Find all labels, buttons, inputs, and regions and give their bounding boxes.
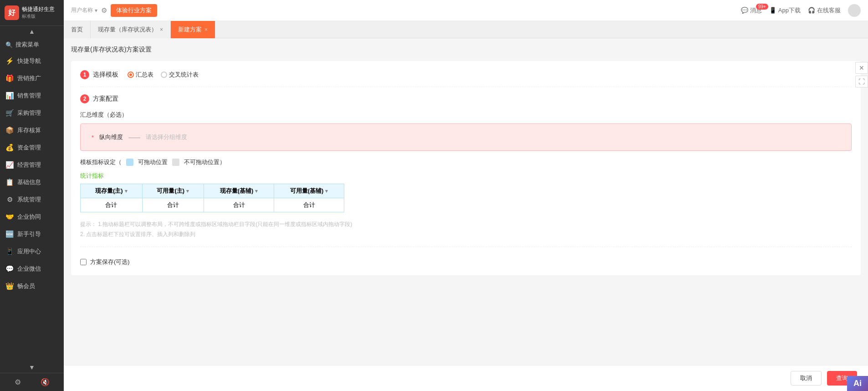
message-badge: 99+ — [756, 4, 768, 10]
th-available-aux: 可用量(基辅) ▾ — [274, 184, 344, 198]
app-logo-icon: 好 — [5, 5, 19, 20]
section-divider-1 — [80, 87, 852, 87]
tabbar: 首页 现存量（库存状况表） × 新建方案 × — [64, 21, 868, 38]
hint-1: 提示： 1.拖动标题栏可以调整布局，不可跨维度或指标区域拖动栏目字段(只能在同一… — [80, 220, 852, 230]
section2-title: 方案配置 — [93, 95, 118, 103]
industry-btn[interactable]: 体验行业方案 — [111, 4, 157, 17]
stats-table: 现存量(主) ▾ 可用量(主) ▾ 现存量(基辅 — [80, 184, 344, 212]
sidebar-item-search[interactable]: 🔍 搜索菜单 — [0, 37, 64, 52]
clipboard-icon: 📋 — [5, 178, 14, 186]
save-checkbox[interactable] — [80, 259, 87, 265]
user-avatar[interactable] — [848, 4, 861, 17]
radio-cross-dot — [161, 72, 167, 78]
hint-2: 2. 点击标题栏下拉可设置排序、插入列和删除列 — [80, 230, 852, 240]
settings-bottom-btn[interactable]: ⚙ — [15, 378, 21, 386]
sidebar-item-finance[interactable]: 💰 资金管理 — [0, 139, 64, 156]
radio-summary-dot — [128, 72, 134, 78]
online-service-btn[interactable]: 🎧 在线客服 — [808, 6, 841, 15]
headset-icon: 🎧 — [808, 7, 815, 14]
sidebar-item-sales[interactable]: 📊 销售管理 — [0, 87, 64, 104]
sidebar: 好 畅捷通好生意 标准版 ▲ 🔍 搜索菜单 ⚡ 快捷导航 🎁 营销推广 📊 销售… — [0, 0, 64, 391]
tab-inventory-status[interactable]: 现存量（库存状况表） × — [91, 21, 171, 38]
app-logo-text: 畅捷通好生意 标准版 — [22, 6, 55, 20]
scheme-footer: 方案保存(可选) — [80, 258, 852, 266]
tab-close-new-scheme[interactable]: × — [204, 26, 208, 33]
sidebar-item-system[interactable]: ⚙ 系统管理 — [0, 191, 64, 208]
page-title: 现存量(库存状况表)方案设置 — [71, 46, 861, 54]
required-star: * — [92, 134, 94, 141]
search-icon: 🔍 — [5, 41, 13, 48]
sidebar-item-quick-nav[interactable]: ⚡ 快捷导航 — [0, 52, 64, 70]
td-total-3: 合计 — [204, 198, 274, 212]
td-total-4: 合计 — [274, 198, 344, 212]
sidebar-item-operations[interactable]: 📈 经营管理 — [0, 156, 64, 174]
td-total-2: 合计 — [142, 198, 204, 212]
th-dropdown-available-main[interactable]: ▾ — [186, 188, 189, 194]
topbar-gear-icon[interactable]: ⚙ — [101, 6, 107, 15]
crown-icon: 👑 — [5, 282, 14, 290]
panel-expand-btn[interactable]: ⛶ — [855, 76, 868, 87]
sidebar-scroll-down[interactable]: ▼ — [0, 362, 64, 373]
sidebar-item-basic-info[interactable]: 📋 基础信息 — [0, 174, 64, 191]
tab-new-scheme[interactable]: 新建方案 × — [171, 21, 215, 38]
tab-close-inventory[interactable]: × — [160, 26, 163, 33]
sidebar-nav: 🔍 搜索菜单 ⚡ 快捷导航 🎁 营销推广 📊 销售管理 🛒 采购管理 📦 库存核… — [0, 37, 64, 362]
radio-cross[interactable]: 交叉统计表 — [161, 71, 199, 79]
draggable-badge-icon — [126, 159, 133, 166]
user-area: 用户名称 ▾ — [71, 6, 97, 14]
section2-header: 2 方案配置 — [80, 94, 852, 103]
handshake-icon: 🤝 — [5, 213, 14, 221]
sidebar-item-purchase[interactable]: 🛒 采购管理 — [0, 104, 64, 122]
radio-summary[interactable]: 汇总表 — [128, 71, 153, 79]
hint-block: 提示： 1.拖动标题栏可以调整布局，不可跨维度或指标区域拖动栏目字段(只能在同一… — [80, 220, 852, 239]
sidebar-item-corp-coop[interactable]: 🤝 企业协同 — [0, 208, 64, 226]
th-dropdown-current-main[interactable]: ▾ — [125, 188, 128, 194]
dim-dash: —— — [128, 134, 140, 141]
scheme-panel: 1 选择模板 汇总表 交叉统计表 2 方案配置 — [71, 61, 861, 275]
dim-placeholder: 请选择分组维度 — [146, 133, 187, 141]
message-btn[interactable]: 💬 消息 99+ — [741, 6, 762, 15]
dim-label: 纵向维度 — [99, 133, 123, 141]
vertical-dim-row: * 纵向维度 —— 请选择分组维度 — [92, 133, 840, 141]
wechat-icon: 💬 — [5, 265, 14, 273]
stats-section-label: 统计指标 — [80, 172, 852, 180]
tab-home[interactable]: 首页 — [64, 21, 91, 38]
th-current-main: 现存量(主) ▾ — [81, 184, 143, 198]
gift-icon: 🎁 — [5, 74, 14, 82]
main-area: 用户名称 ▾ ⚙ 体验行业方案 💬 消息 99+ 📱 App下载 🎧 在线客服 — [64, 0, 868, 391]
sound-bottom-btn[interactable]: 🔇 — [41, 378, 50, 386]
settings-icon: ⚙ — [5, 196, 14, 204]
sidebar-item-new-guide[interactable]: 🆕 新手引导 — [0, 226, 64, 243]
cancel-button[interactable]: 取消 — [791, 371, 822, 386]
th-available-main: 可用量(主) ▾ — [142, 184, 204, 198]
sidebar-scroll-up[interactable]: ▲ — [0, 26, 64, 37]
money-icon: 💰 — [5, 144, 14, 152]
draggable-badge-label: 可拖动位置 — [138, 158, 168, 166]
non-draggable-badge-label: 不可拖动位置） — [184, 158, 225, 166]
sidebar-item-app-center[interactable]: 📱 应用中心 — [0, 243, 64, 260]
sidebar-item-member[interactable]: 👑 畅会员 — [0, 278, 64, 295]
user-dropdown-icon[interactable]: ▾ — [95, 7, 97, 14]
panel-close-btn[interactable]: ✕ — [855, 62, 868, 74]
th-dropdown-current-aux[interactable]: ▾ — [255, 188, 258, 194]
action-bar: 取消 查询 — [64, 365, 868, 391]
subsection-label: 汇总维度（必选） — [80, 111, 852, 119]
app-download-btn[interactable]: 📱 App下载 — [769, 6, 801, 15]
ai-badge[interactable]: Ai — [847, 376, 868, 391]
content-area: 现存量(库存状况表)方案设置 1 选择模板 汇总表 交叉统计表 — [64, 38, 868, 391]
section2-num: 2 — [80, 94, 89, 103]
sidebar-bottom: ⚙ 🔇 — [0, 373, 64, 391]
save-label: 方案保存(可选) — [90, 258, 130, 266]
section-divider-2 — [80, 247, 852, 247]
vertical-dim-area: * 纵向维度 —— 请选择分组维度 — [80, 123, 852, 151]
section1-title: 选择模板 — [93, 71, 118, 79]
sidebar-item-marketing[interactable]: 🎁 营销推广 — [0, 70, 64, 87]
th-dropdown-available-aux[interactable]: ▾ — [325, 188, 328, 194]
topbar-right: 💬 消息 99+ 📱 App下载 🎧 在线客服 — [741, 4, 861, 17]
td-total-1: 合计 — [81, 198, 143, 212]
sidebar-item-corp-wechat[interactable]: 💬 企业微信 — [0, 260, 64, 278]
sidebar-item-inventory[interactable]: 📦 库存核算 — [0, 122, 64, 139]
cart-icon: 🛒 — [5, 109, 14, 117]
mobile-icon: 📱 — [5, 247, 14, 256]
box-icon: 📦 — [5, 126, 14, 134]
